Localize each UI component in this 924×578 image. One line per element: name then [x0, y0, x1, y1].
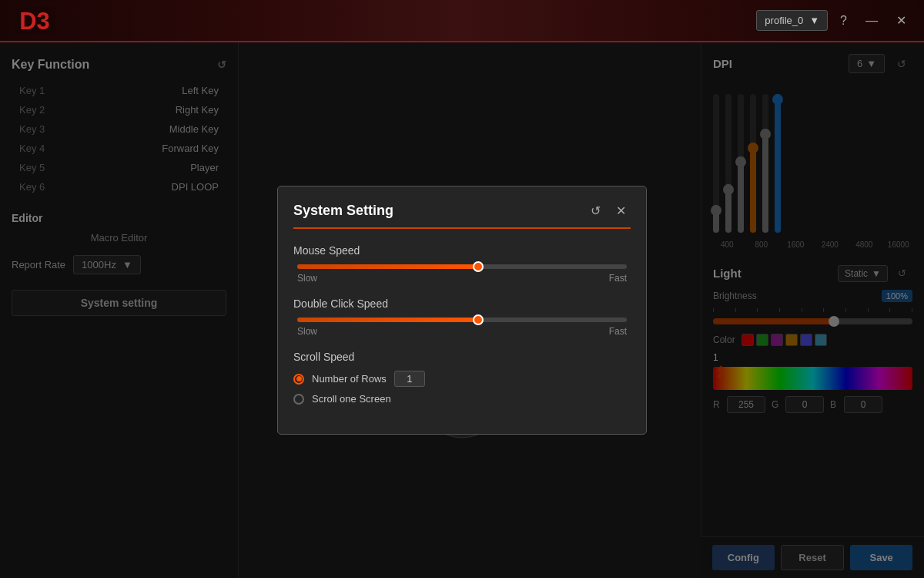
- profile-dropdown[interactable]: profile_0 ▼: [756, 10, 828, 31]
- double-click-speed-section: Double Click Speed Slow Fast: [293, 297, 631, 337]
- number-of-rows-option: Number of Rows: [293, 371, 631, 387]
- double-click-slider[interactable]: [297, 318, 627, 322]
- scroll-speed-title: Scroll Speed: [293, 351, 631, 363]
- svg-text:D3: D3: [19, 8, 49, 35]
- minimize-button[interactable]: —: [859, 11, 884, 31]
- mouse-speed-labels: Slow Fast: [297, 273, 627, 284]
- mouse-speed-thumb[interactable]: [473, 261, 484, 272]
- modal-action-buttons: ↺ ✕: [586, 202, 631, 220]
- logo-icon: D3: [12, 3, 58, 38]
- radio-inner-active: [296, 376, 302, 381]
- scroll-one-screen-label: Scroll one Screen: [312, 393, 391, 405]
- profile-label: profile_0: [765, 15, 803, 26]
- modal-refresh-button[interactable]: ↺: [586, 202, 605, 220]
- double-click-speed-title: Double Click Speed: [293, 297, 631, 310]
- header: D3 profile_0 ▼ ? — ✕: [0, 0, 924, 42]
- double-click-thumb[interactable]: [473, 314, 484, 325]
- header-controls: profile_0 ▼ ? — ✕: [756, 10, 912, 31]
- scroll-one-screen-radio[interactable]: [293, 394, 304, 405]
- system-setting-modal: System Setting ↺ ✕ Mouse Speed Slow Fast: [277, 186, 647, 435]
- scroll-one-screen-option: Scroll one Screen: [293, 393, 631, 405]
- mouse-speed-slider[interactable]: [297, 264, 627, 269]
- double-click-slow-label: Slow: [297, 326, 317, 337]
- mouse-speed-fast-label: Fast: [609, 273, 627, 284]
- chevron-down-icon: ▼: [809, 15, 819, 26]
- row-count-input[interactable]: [394, 371, 425, 387]
- close-button[interactable]: ✕: [890, 10, 912, 31]
- mouse-speed-section: Mouse Speed Slow Fast: [293, 244, 631, 284]
- mouse-speed-slider-container: Slow Fast: [293, 264, 631, 284]
- modal-header: System Setting ↺ ✕: [293, 202, 631, 229]
- modal-overlay: System Setting ↺ ✕ Mouse Speed Slow Fast: [0, 42, 924, 578]
- mouse-speed-fill: [297, 264, 478, 269]
- double-click-speed-labels: Slow Fast: [297, 326, 627, 337]
- scroll-speed-section: Scroll Speed Number of Rows Scroll one S…: [293, 351, 631, 405]
- mouse-speed-title: Mouse Speed: [293, 244, 631, 257]
- double-click-fill: [297, 318, 478, 322]
- mouse-speed-slow-label: Slow: [297, 273, 317, 284]
- modal-close-button[interactable]: ✕: [611, 202, 631, 220]
- help-button[interactable]: ?: [834, 11, 853, 31]
- logo: D3: [12, 3, 58, 38]
- modal-title: System Setting: [293, 203, 393, 219]
- double-click-fast-label: Fast: [609, 326, 627, 337]
- number-of-rows-radio[interactable]: [293, 374, 304, 385]
- number-of-rows-label: Number of Rows: [312, 373, 387, 385]
- double-click-slider-container: Slow Fast: [293, 318, 631, 337]
